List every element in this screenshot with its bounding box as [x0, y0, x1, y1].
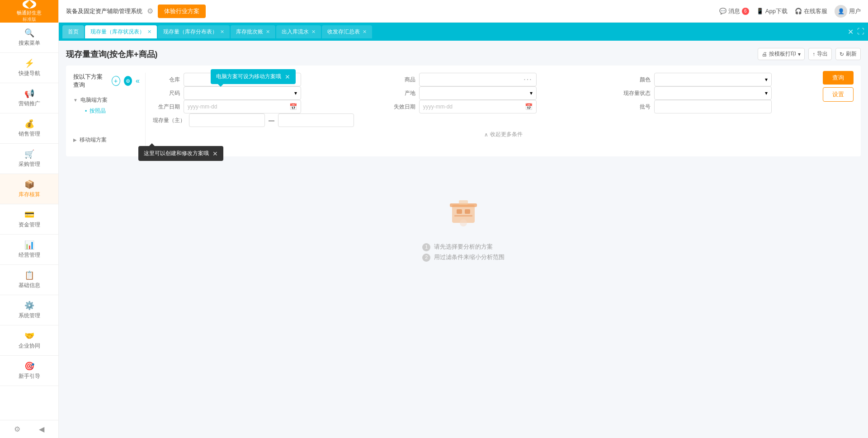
expire-date-input[interactable]: yyyy-mm-dd 📅 — [419, 100, 537, 113]
scheme-group-arrow: ▼ — [73, 98, 78, 103]
tab-collect-summary-close[interactable]: ✕ — [363, 29, 367, 35]
tab-inventory-dist-close[interactable]: ✕ — [220, 29, 224, 35]
close-all-tabs-icon[interactable]: ✕ — [848, 28, 854, 36]
tab-inout-flow-close[interactable]: ✕ — [311, 29, 316, 35]
refresh-icon: ↻ — [840, 51, 844, 57]
export-btn[interactable]: ↑ 导出 — [808, 48, 832, 60]
app-logo: 🔶 畅通好生意 标准版 — [0, 0, 58, 23]
settings-icon[interactable]: ⚙ — [14, 425, 20, 433]
filter-field-color: 颜色 ▾ — [623, 73, 854, 86]
filter-content: 仓库 ··· 商品 ··· — [153, 73, 854, 149]
refresh-btn[interactable]: ↻ 刷新 — [835, 48, 861, 60]
tab-inventory-status-close[interactable]: ✕ — [147, 29, 151, 35]
sales-icon: 💰 — [24, 119, 34, 129]
sidebar-item-guide[interactable]: 🎯 新手引导 — [0, 356, 58, 386]
collapse-filter-btn[interactable]: ∧ 收起更多条件 — [153, 127, 854, 142]
sidebar-item-quick-nav[interactable]: ⚡ 快捷导航 — [0, 53, 58, 83]
main-area: 装备及固定资产辅助管理系统 ⚙ 体验行业方案 💬 消息 6 📱 App下载 🎧 … — [59, 0, 868, 438]
tab-inventory-batch-close[interactable]: ✕ — [266, 29, 270, 35]
reset-btn[interactable]: 设置 — [823, 87, 854, 102]
sidebar-item-sales[interactable]: 💰 销售管理 — [0, 113, 58, 144]
scheme-group-mobile-header[interactable]: ▶ 移动端方案 — [73, 134, 140, 146]
prod-date-input[interactable]: yyyy-mm-dd 📅 — [184, 100, 301, 113]
scheme-group-desktop-header[interactable]: ▼ 电脑端方案 — [73, 94, 140, 106]
sidebar: 🔶 畅通好生意 标准版 🔍 搜索菜单 ⚡ 快捷导航 📢 营销推广 💰 销售管理 … — [0, 0, 59, 438]
scheme-group-desktop: ▼ 电脑端方案 • 按照品 — [73, 94, 140, 116]
sidebar-item-marketing[interactable]: 📢 营销推广 — [0, 83, 58, 113]
app-download-item[interactable]: 📱 App下载 — [756, 7, 788, 15]
tab-inout-flow[interactable]: 出入库流水 ✕ — [276, 25, 321, 38]
basic-info-icon: 📋 — [24, 270, 34, 280]
top-header: 装备及固定资产辅助管理系统 ⚙ 体验行业方案 💬 消息 6 📱 App下载 🎧 … — [59, 0, 868, 23]
copy-scheme-btn[interactable]: ⊕ — [124, 76, 132, 86]
cooperation-icon: 🤝 — [24, 331, 34, 341]
filter-main: 按以下方案查询 + ⊕ « 电脑方案可设为移动方案哦 ✕ — [73, 73, 854, 149]
sidebar-item-system[interactable]: ⚙️ 系统管理 — [0, 295, 58, 325]
user-item[interactable]: 👤 用户 — [835, 5, 861, 18]
collapse-sidebar-icon[interactable]: ◀ — [39, 425, 44, 433]
gear-icon[interactable]: ⚙ — [147, 7, 153, 15]
phone-icon: 📱 — [756, 8, 764, 14]
expire-date-calendar-icon[interactable]: 📅 — [525, 103, 533, 110]
sidebar-item-finance[interactable]: 💳 资金管理 — [0, 204, 58, 235]
tab-home[interactable]: 首页 — [62, 25, 84, 38]
close-tooltip1[interactable]: ✕ — [285, 73, 290, 80]
prev-scheme-btn[interactable]: « — [136, 77, 140, 85]
app-subtitle: 标准版 — [23, 16, 36, 23]
empty-state: 1 请先选择要分析的方案 2 用过滤条件来缩小分析范围 — [66, 162, 861, 290]
sidebar-item-basic-info[interactable]: 📋 基础信息 — [0, 265, 58, 295]
sidebar-item-operations[interactable]: 📊 经营管理 — [0, 235, 58, 265]
stock-qty-max[interactable] — [278, 113, 354, 127]
sidebar-item-cooperation[interactable]: 🤝 企业协同 — [0, 325, 58, 356]
online-support-item[interactable]: 🎧 在线客服 — [795, 7, 827, 15]
color-dropdown-icon: ▾ — [765, 76, 768, 83]
empty-tip-2: 2 用过滤条件来缩小分析范围 — [422, 252, 505, 262]
empty-tip-1: 1 请先选择要分析的方案 — [422, 241, 505, 252]
fullscreen-icon[interactable]: ⛶ — [857, 28, 864, 36]
scheme-item-desktop-0[interactable]: • 按照品 — [82, 106, 140, 116]
origin-select[interactable]: ▾ — [419, 86, 537, 100]
scheme-item-dot: • — [85, 108, 87, 114]
color-select[interactable]: ▾ — [654, 73, 772, 86]
header-left: 装备及固定资产辅助管理系统 ⚙ 体验行业方案 — [66, 5, 206, 18]
logo-icon: 🔶 — [23, 0, 36, 9]
range-dash: — — [269, 117, 274, 124]
inventory-icon: 📦 — [24, 179, 34, 189]
close-tooltip2[interactable]: ✕ — [212, 150, 218, 157]
notification-item[interactable]: 💬 消息 6 — [719, 7, 749, 15]
sidebar-item-purchase[interactable]: 🛒 采购管理 — [0, 144, 58, 174]
tab-inventory-batch-label: 库存批次账 — [236, 28, 263, 36]
tabs-actions: ✕ ⛶ — [848, 28, 864, 36]
tab-inventory-batch[interactable]: 库存批次账 ✕ — [231, 25, 275, 38]
size-select[interactable]: ▾ — [184, 86, 301, 100]
print-btn[interactable]: 🖨 按模板打印 ▾ — [758, 48, 805, 60]
empty-tips: 1 请先选择要分析的方案 2 用过滤条件来缩小分析范围 — [422, 241, 505, 263]
industry-btn[interactable]: 体验行业方案 — [158, 5, 206, 18]
filter-field-goods: 商品 ··· — [388, 73, 618, 86]
export-icon: ↑ — [812, 51, 815, 57]
tooltip-scheme2: 这里可以创建和修改方案哦 ✕ — [138, 146, 223, 161]
guide-icon: 🎯 — [24, 361, 34, 371]
stock-status-dropdown-icon: ▾ — [765, 90, 768, 96]
filter-field-expire-date: 失效日期 yyyy-mm-dd 📅 — [388, 100, 618, 113]
page-title: 现存量查询(按仓库+商品) — [66, 49, 158, 60]
prod-date-calendar-icon[interactable]: 📅 — [289, 103, 297, 110]
tab-collect-summary[interactable]: 收发存汇总表 ✕ — [322, 25, 372, 38]
search-menu-icon: 🔍 — [24, 28, 34, 38]
sidebar-item-inventory[interactable]: 📦 库存核算 — [0, 174, 58, 204]
filter-field-batch: 批号 — [623, 100, 854, 113]
stock-qty-min[interactable] — [189, 113, 265, 127]
batch-input[interactable] — [654, 100, 772, 113]
stock-status-select[interactable]: ▾ — [654, 86, 772, 100]
finance-icon: 💳 — [24, 210, 34, 220]
goods-dots[interactable]: ··· — [524, 75, 532, 84]
tab-inventory-status[interactable]: 现存量（库存状况表） ✕ — [85, 25, 157, 38]
expire-date-placeholder: yyyy-mm-dd — [423, 104, 453, 110]
svg-point-6 — [460, 219, 467, 226]
tab-inventory-dist[interactable]: 现存量（库存分布表） ✕ — [158, 25, 230, 38]
sidebar-item-search-menu[interactable]: 🔍 搜索菜单 — [0, 23, 58, 53]
add-scheme-btn[interactable]: + — [112, 76, 120, 86]
stock-status-label: 现存量状态 — [623, 89, 651, 97]
search-btn[interactable]: 查询 — [823, 71, 854, 85]
goods-select[interactable]: ··· — [419, 73, 537, 86]
